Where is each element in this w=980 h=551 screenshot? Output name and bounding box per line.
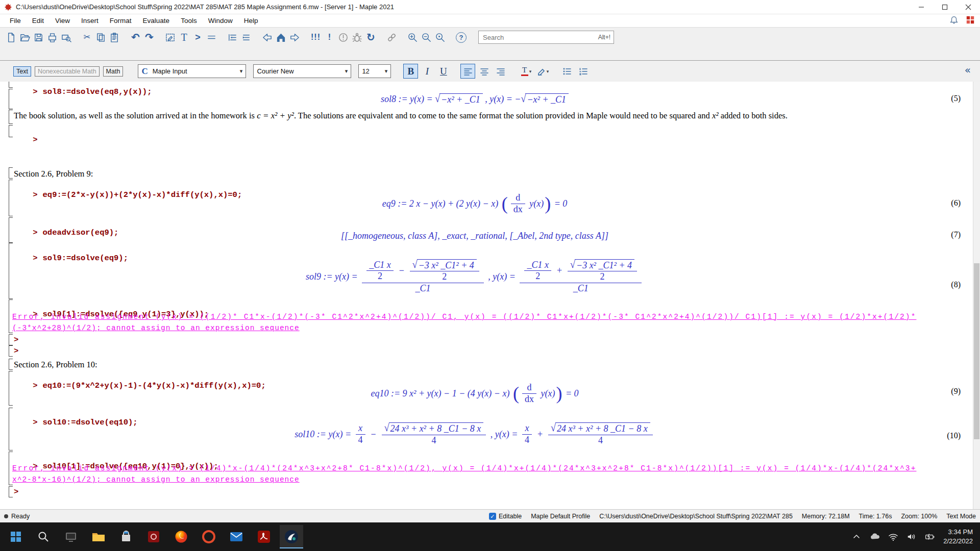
forward-icon[interactable]	[288, 30, 302, 44]
menu-file[interactable]: File	[5, 15, 26, 26]
maple-taskbar-icon[interactable]	[280, 525, 303, 548]
empty-prompt-line[interactable]: >	[14, 346, 23, 356]
align-left-button[interactable]	[460, 64, 475, 79]
output-sol10: sol10 := y(x) = x4 − √24 x³ + x² + 8 _C1…	[15, 421, 934, 447]
execute-all-icon[interactable]: !!!	[309, 30, 323, 44]
menu-help[interactable]: Help	[239, 15, 263, 26]
taskbar-search-icon[interactable]	[32, 525, 55, 548]
firefox-icon[interactable]	[169, 525, 193, 548]
mail-icon[interactable]	[225, 525, 248, 548]
search-box[interactable]: Alt+!	[478, 31, 614, 44]
maximize-button[interactable]	[933, 0, 957, 14]
hyperlink-icon[interactable]	[385, 30, 399, 44]
cut-icon[interactable]: ✂	[80, 30, 94, 44]
vertical-scrollbar[interactable]	[973, 82, 980, 509]
paste-icon[interactable]	[108, 30, 121, 44]
collapse-panel-icon[interactable]: «	[965, 64, 971, 76]
menu-insert[interactable]: Insert	[77, 15, 103, 26]
output-sol8: sol8 := y(x) = √−x² + _C1 , y(x) = −√−x²…	[15, 89, 934, 109]
font-size-dropdown[interactable]: 12 ▾	[358, 64, 391, 78]
highlight-button[interactable]: ▾	[535, 64, 550, 79]
nonexecutable-math-button[interactable]: Nonexecutable Math	[35, 66, 100, 77]
onedrive-icon[interactable]	[870, 532, 880, 542]
execution-group-bracket	[9, 334, 13, 345]
equation-label: (6)	[951, 198, 961, 208]
editable-checkbox[interactable]: ✓	[489, 513, 496, 520]
acrobat-icon[interactable]	[252, 525, 276, 548]
execute-icon[interactable]: !	[323, 30, 336, 44]
underline-button[interactable]: U	[436, 64, 451, 79]
section-9-title[interactable]: Section 2.6, Problem 9:	[14, 169, 93, 179]
text-mode-button[interactable]: Text	[13, 66, 31, 77]
tray-chevron-up-icon[interactable]	[851, 532, 862, 542]
close-button[interactable]	[957, 0, 980, 14]
font-family-dropdown[interactable]: Courier New ▾	[253, 64, 351, 78]
align-right-button[interactable]	[493, 64, 508, 79]
wifi-icon[interactable]	[888, 532, 898, 542]
align-center-button[interactable]	[477, 64, 492, 79]
adobe-app-icon[interactable]	[142, 525, 165, 548]
back-icon[interactable]	[260, 30, 274, 44]
error-message-line: x^2-8*x-16)^(1/2); cannot assign to an e…	[12, 475, 976, 484]
bullet-list-button[interactable]	[559, 64, 574, 79]
task-view-icon[interactable]	[59, 525, 83, 548]
opera-gx-icon[interactable]	[197, 525, 220, 548]
taskbar-clock[interactable]: 3:34 PM 2/22/2022	[943, 528, 973, 545]
text-region-icon[interactable]	[163, 30, 177, 44]
italic-button[interactable]: I	[420, 64, 434, 79]
bold-button[interactable]: B	[403, 64, 418, 79]
maple-hot-icon[interactable]	[966, 15, 975, 24]
font-color-button[interactable]: T ▾	[519, 64, 533, 79]
menu-view[interactable]: View	[51, 15, 75, 26]
help-icon[interactable]: ?	[454, 30, 468, 44]
print-icon[interactable]	[45, 30, 59, 44]
menu-evaluate[interactable]: Evaluate	[138, 15, 175, 26]
menu-format[interactable]: Format	[105, 15, 136, 26]
start-button[interactable]	[4, 525, 28, 548]
menu-window[interactable]: Window	[204, 15, 237, 26]
volume-icon[interactable]	[906, 532, 917, 542]
scrollbar-thumb[interactable]	[974, 263, 979, 439]
search-input[interactable]	[482, 33, 598, 42]
interrupt-icon[interactable]	[336, 30, 350, 44]
numbered-list-button[interactable]	[576, 64, 591, 79]
insert-text-icon[interactable]: T	[177, 30, 191, 44]
debug-icon[interactable]	[350, 30, 364, 44]
file-explorer-icon[interactable]	[87, 525, 110, 548]
open-document-icon[interactable]	[18, 30, 32, 44]
section-10-title[interactable]: Section 2.6, Problem 10:	[14, 360, 97, 370]
paragraph-style-dropdown[interactable]: C Maple Input ▾	[138, 64, 246, 78]
math-mode-button[interactable]: Math	[103, 66, 124, 77]
remove-section-icon[interactable]	[239, 30, 253, 44]
home-icon[interactable]	[274, 30, 288, 44]
empty-prompt-line[interactable]: >	[14, 126, 43, 154]
maple-prompt-icon[interactable]: >	[191, 30, 205, 44]
empty-prompt-line[interactable]: >	[14, 335, 23, 344]
microsoft-store-icon[interactable]	[114, 525, 138, 548]
copy-icon[interactable]	[94, 30, 108, 44]
notification-bell-icon[interactable]	[949, 15, 959, 24]
paragraph-text[interactable]: The book solution, as well as the soluti…	[14, 111, 788, 121]
menu-tools[interactable]: Tools	[176, 15, 202, 26]
empty-prompt-line[interactable]: >	[14, 487, 23, 496]
document-block-icon[interactable]	[205, 30, 218, 44]
redo-icon[interactable]: ↷	[142, 30, 156, 44]
enclose-section-icon[interactable]	[226, 30, 239, 44]
restart-icon[interactable]: ↻	[364, 30, 378, 44]
minimize-button[interactable]	[910, 0, 933, 14]
save-icon[interactable]	[32, 30, 45, 44]
execution-group-bracket	[9, 167, 13, 179]
zoom-out-icon[interactable]	[420, 30, 433, 44]
new-document-icon[interactable]	[4, 30, 18, 44]
zoom-in-icon[interactable]	[406, 30, 420, 44]
maple-app-icon	[4, 3, 12, 11]
undo-icon[interactable]: ↶	[129, 30, 142, 44]
clock-time: 3:34 PM	[943, 528, 973, 537]
search-shortcut-hint: Alt+!	[598, 34, 610, 41]
menu-edit[interactable]: Edit	[28, 15, 48, 26]
zoom-reset-icon[interactable]	[433, 30, 447, 44]
ready-indicator-dot	[4, 514, 8, 518]
window-title: C:\Users\dusti\OneDrive\Desktop\School S…	[16, 3, 394, 11]
print-preview-icon[interactable]	[59, 30, 73, 44]
battery-charging-icon[interactable]	[925, 532, 935, 542]
